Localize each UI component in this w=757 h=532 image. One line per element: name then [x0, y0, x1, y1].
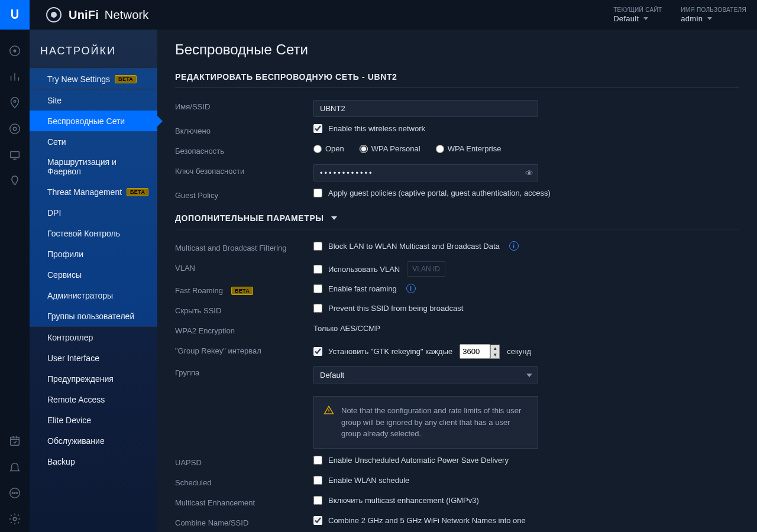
svg-rect-5 — [11, 152, 20, 158]
sidebar-item[interactable]: Предупреждения — [30, 368, 157, 389]
hide-ssid-checkbox[interactable] — [313, 304, 322, 313]
sidebar-item[interactable]: Беспроводные Сети — [30, 111, 157, 131]
sidebar-item[interactable]: Elite Device — [30, 410, 157, 430]
sidebar-item[interactable]: Try New SettingsBETA — [30, 69, 157, 89]
nav-map[interactable] — [0, 90, 30, 116]
label-group: Группа — [175, 366, 313, 377]
nav-alerts[interactable] — [0, 454, 30, 480]
stepper-down[interactable]: ▼ — [491, 352, 499, 358]
combine-checkbox[interactable] — [313, 516, 322, 525]
label-rekey: "Group Rekey" интервал — [175, 344, 313, 355]
site-picker[interactable]: Default — [613, 14, 662, 23]
sidebar-item[interactable]: Обслуживание — [30, 430, 157, 451]
section-edit-wlan: РЕДАКТИРОВАТЬ БЕСПРОВОДНУЮ СЕТЬ - UBNT2 — [175, 72, 739, 88]
label-uapsd: UAPSD — [175, 456, 313, 467]
label-enabled: Включено — [175, 124, 313, 135]
group-note: Note that the configuration and rate lim… — [313, 396, 538, 449]
sidebar-item[interactable]: Сети — [30, 131, 157, 152]
sidebar-item[interactable]: Remote Access — [30, 389, 157, 410]
svg-point-1 — [14, 50, 16, 52]
svg-point-9 — [14, 492, 15, 494]
security-open[interactable] — [313, 145, 322, 153]
group-select[interactable]: Default — [313, 366, 538, 384]
svg-point-10 — [17, 492, 18, 494]
sidebar-item[interactable]: Администраторы — [30, 285, 157, 306]
vlan-checkbox[interactable] — [313, 265, 322, 274]
label-scheduled: Scheduled — [175, 476, 313, 487]
nav-statistics[interactable] — [0, 64, 30, 90]
stepper-up[interactable]: ▲ — [491, 345, 499, 352]
app-header: UniFi Network ТЕКУЩИЙ САЙТ Default ИМЯ П… — [0, 0, 757, 30]
label-roaming: Fast RoamingБЕТА — [175, 284, 313, 295]
brand-logo[interactable] — [0, 0, 30, 30]
mcast-filter-checkbox[interactable] — [313, 242, 322, 251]
label-mcast: Multicast and Broadcast Filtering — [175, 241, 313, 252]
nav-insights[interactable] — [0, 168, 30, 194]
enabled-checkbox[interactable] — [313, 124, 322, 133]
rekey-unit: секунд — [507, 347, 531, 356]
guest-policy-text: Apply guest policies (captive portal, gu… — [328, 189, 551, 197]
sidebar-item[interactable]: Site — [30, 90, 157, 111]
sidebar-item[interactable]: Группы пользователей — [30, 306, 157, 326]
rekey-interval-input[interactable] — [460, 344, 490, 359]
fast-roaming-checkbox[interactable] — [313, 284, 322, 293]
label-security: Безопасность — [175, 144, 313, 155]
network-icon — [46, 7, 62, 22]
ssid-input[interactable] — [313, 100, 538, 117]
sidebar-item[interactable]: Сервисы — [30, 264, 157, 285]
sidebar-title: НАСТРОЙКИ — [30, 39, 157, 68]
nav-devices[interactable] — [0, 116, 30, 142]
info-icon[interactable]: i — [509, 241, 519, 251]
label-vlan: VLAN — [175, 261, 313, 273]
current-user: ИМЯ ПОЛЬЗОВАТЕЛЯ admin — [681, 7, 746, 23]
beta-badge: БЕТА — [231, 287, 253, 295]
sidebar-item[interactable]: DPI — [30, 202, 157, 223]
main-content: Беспроводные Сети РЕДАКТИРОВАТЬ БЕСПРОВО… — [157, 30, 757, 532]
nav-settings[interactable] — [0, 506, 30, 532]
eye-icon[interactable]: 👁 — [525, 168, 533, 178]
mcast-enh-checkbox[interactable] — [313, 496, 322, 505]
label-hide-ssid: Скрыть SSID — [175, 304, 313, 315]
uapsd-checkbox[interactable] — [313, 456, 322, 465]
current-site: ТЕКУЩИЙ САЙТ Default — [613, 7, 662, 23]
security-wpa-enterprise[interactable] — [436, 145, 444, 153]
nav-chat[interactable] — [0, 480, 30, 506]
wpa2-value: Только AES/CCMP — [313, 324, 380, 333]
warning-icon — [323, 405, 334, 416]
chevron-down-icon — [707, 17, 712, 20]
section-advanced[interactable]: ДОПОЛНИТЕЛЬНЫЕ ПАРАМЕТРЫ — [175, 213, 739, 229]
sidebar-item[interactable]: Гостевой Контроль — [30, 223, 157, 244]
rekey-checkbox[interactable] — [313, 347, 322, 356]
label-wpa2: WPA2 Encryption — [175, 324, 313, 335]
security-key-input[interactable] — [313, 164, 538, 181]
label-guest: Guest Policy — [175, 189, 313, 200]
security-wpa-personal[interactable] — [360, 145, 368, 153]
svg-point-8 — [12, 492, 13, 494]
svg-point-11 — [13, 517, 17, 521]
sidebar-item[interactable]: Маршрутизация и Фаервол — [30, 152, 157, 181]
sidebar-item[interactable]: Контроллер — [30, 327, 157, 348]
svg-point-2 — [14, 100, 16, 102]
user-menu[interactable]: admin — [681, 14, 746, 23]
nav-clients[interactable] — [0, 142, 30, 168]
brand-title: UniFi Network — [46, 7, 149, 22]
beta-badge: БЕТА — [127, 188, 148, 196]
label-key: Ключ безопасности — [175, 164, 313, 176]
svg-point-4 — [13, 127, 17, 131]
sidebar-item[interactable]: Backup — [30, 451, 157, 472]
icon-rail — [0, 30, 30, 532]
enabled-text: Enable this wireless network — [328, 124, 425, 133]
nav-dashboard[interactable] — [0, 38, 30, 64]
info-icon[interactable]: i — [406, 284, 416, 293]
vlan-id-placeholder: VLAN ID — [407, 261, 445, 277]
settings-sidebar: НАСТРОЙКИ Try New SettingsBETA SiteБеспр… — [30, 30, 157, 532]
label-combine: Combine Name/SSID — [175, 516, 313, 527]
sidebar-item[interactable]: Threat ManagementБЕТА — [30, 181, 157, 202]
scheduled-checkbox[interactable] — [313, 476, 322, 485]
nav-events[interactable] — [0, 428, 30, 454]
label-mcast-enh: Multicast Enhancement — [175, 496, 313, 507]
guest-policy-checkbox[interactable] — [313, 189, 322, 197]
chevron-down-icon — [643, 17, 648, 20]
sidebar-item[interactable]: Профили — [30, 244, 157, 264]
sidebar-item[interactable]: User Interface — [30, 348, 157, 368]
